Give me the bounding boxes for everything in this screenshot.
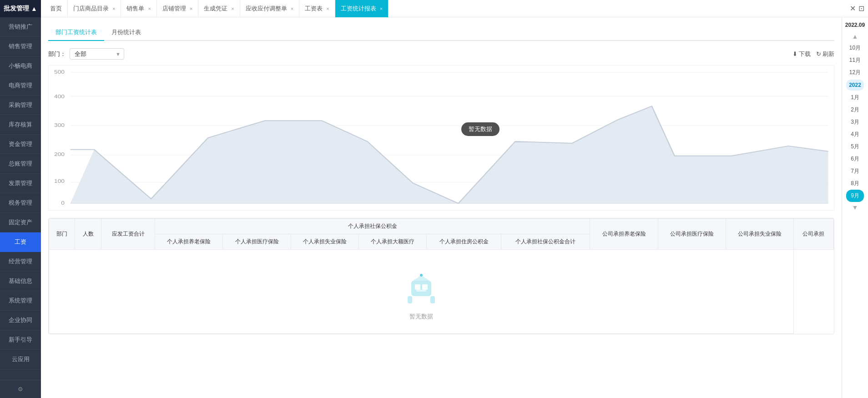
tab-item-生成凭证[interactable]: 生成凭证× — [198, 0, 240, 17]
date-month-item[interactable]: 7月 — [843, 165, 867, 177]
svg-point-19 — [420, 274, 423, 277]
tab-close-icon[interactable]: × — [190, 6, 192, 11]
sidebar-item-采购管理[interactable]: 采购管理 — [0, 96, 41, 115]
tab-close-icon[interactable]: × — [231, 6, 234, 11]
th-dept: 部门 — [49, 219, 75, 250]
th-headcount: 人数 — [75, 219, 101, 250]
sidebar-item-总账管理[interactable]: 总账管理 — [0, 154, 41, 174]
svg-rect-17 — [430, 296, 435, 303]
sidebar-header[interactable]: 批发管理 ▲ — [0, 0, 41, 17]
th-company-other: 公司承担 — [793, 219, 833, 250]
tab-close-icon[interactable]: × — [291, 6, 293, 11]
close-icon[interactable]: ✕ — [850, 4, 856, 13]
tab-item-销售单[interactable]: 销售单× — [121, 0, 156, 17]
sidebar-item-资金管理[interactable]: 资金管理 — [0, 135, 41, 154]
main-area: 首页门店商品目录×销售单×店铺管理×生成凭证×应收应付调整单×工资表×工资统计报… — [41, 0, 868, 398]
sidebar-item-企业协同[interactable]: 企业协同 — [0, 311, 41, 330]
svg-rect-15 — [416, 290, 426, 292]
tab-close-icon[interactable]: × — [380, 6, 383, 11]
th-company-pension: 公司承担养老保险 — [590, 219, 658, 250]
svg-text:400: 400 — [54, 94, 65, 99]
dept-select-wrapper: 全部 ▼ — [70, 48, 124, 60]
date-month-item[interactable]: 3月 — [843, 116, 867, 128]
tab-item-应收应付调整单[interactable]: 应收应付调整单× — [240, 0, 299, 17]
tab-bar: 首页门店商品目录×销售单×店铺管理×生成凭证×应收应付调整单×工资表×工资统计报… — [41, 0, 868, 17]
sidebar-item-工资[interactable]: 工资 — [0, 232, 41, 252]
tab-item-门店商品目录[interactable]: 门店商品目录× — [68, 0, 121, 17]
sidebar-item-营销推广[interactable]: 营销推广 — [0, 17, 41, 37]
sidebar-item-基础信息[interactable]: 基础信息 — [0, 272, 41, 291]
sidebar-item-固定资产[interactable]: 固定资产 — [0, 213, 41, 232]
date-month-item[interactable]: 9月 — [846, 190, 864, 202]
tab-item-工资表[interactable]: 工资表× — [299, 0, 335, 17]
toolbar: 部门： 全部 ▼ ⬇ 下载 ↻ 刷新 — [48, 48, 834, 60]
svg-text:500: 500 — [54, 69, 65, 75]
svg-text:300: 300 — [54, 122, 65, 128]
tab-bar-close[interactable]: ✕ ⊡ — [850, 4, 864, 13]
data-table-container: 部门 人数 应发工资合计 个人承担社保公积金 公司承担养老保险 公司承担医疗保险… — [48, 218, 834, 334]
chart-svg: 500 400 300 200 100 0 — [49, 65, 834, 210]
sidebar-expand-icon: ▲ — [31, 5, 37, 12]
tab-close-icon[interactable]: × — [326, 6, 329, 11]
date-year-label: 2022 — [846, 80, 864, 91]
dept-select[interactable]: 全部 — [70, 48, 124, 60]
svg-rect-16 — [408, 296, 412, 303]
tab-item-工资统计报表[interactable]: 工资统计报表× — [335, 0, 389, 17]
th-personal-large-medical: 个人承担大额医疗 — [358, 234, 426, 250]
page-content: 部门工资统计表月份统计表 部门： 全部 ▼ ⬇ 下载 — [41, 17, 842, 398]
date-nav-down[interactable]: ▼ — [850, 202, 860, 213]
tab-close-icon[interactable]: × — [148, 6, 151, 11]
sidebar-item-电商管理[interactable]: 电商管理 — [0, 76, 41, 96]
tab-item-店铺管理[interactable]: 店铺管理× — [157, 0, 198, 17]
date-month-item[interactable]: 8月 — [843, 177, 867, 190]
date-month-item[interactable]: 11月 — [843, 54, 867, 66]
download-button[interactable]: ⬇ 下载 — [792, 50, 811, 58]
date-months: 10月11月12月20221月2月3月4月5月6月7月8月9月 — [843, 42, 867, 202]
sidebar-items: 营销推广销售管理小畅电商电商管理采购管理库存核算资金管理总账管理发票管理税务管理… — [0, 17, 41, 369]
date-month-item[interactable]: 5月 — [843, 141, 867, 153]
date-month-item[interactable]: 4月 — [843, 128, 867, 141]
sidebar-item-小畅电商[interactable]: 小畅电商 — [0, 56, 41, 76]
chart-no-data-tooltip: 暂无数据 — [461, 122, 500, 136]
svg-text:100: 100 — [54, 179, 65, 184]
sidebar-footer[interactable]: ⚙ — [0, 380, 41, 398]
tab-close-icon[interactable]: × — [112, 6, 115, 11]
sub-tab-部门工资统计表[interactable]: 部门工资统计表 — [48, 25, 104, 41]
download-icon: ⬇ — [792, 50, 797, 57]
empty-state: 暂无数据 — [54, 253, 789, 330]
sidebar-item-税务管理[interactable]: 税务管理 — [0, 193, 41, 213]
date-month-item[interactable]: 6月 — [843, 153, 867, 165]
sidebar-item-发票管理[interactable]: 发票管理 — [0, 174, 41, 193]
sub-tabs: 部门工资统计表月份统计表 — [48, 25, 834, 41]
svg-rect-12 — [411, 281, 431, 296]
sidebar-item-云应用[interactable]: 云应用 — [0, 350, 41, 369]
tab-item-首页[interactable]: 首页 — [45, 0, 68, 17]
th-personal-total: 个人承担社保公积金合计 — [501, 234, 590, 250]
th-company-unemployment: 公司承担失业保险 — [726, 219, 793, 250]
date-month-item[interactable]: 12月 — [843, 66, 867, 79]
empty-state-label: 暂无数据 — [409, 312, 433, 321]
svg-text:0: 0 — [61, 200, 65, 206]
table-empty-cell: 暂无数据 — [49, 250, 794, 334]
refresh-button[interactable]: ↻ 刷新 — [816, 50, 834, 58]
sidebar-item-库存核算[interactable]: 库存核算 — [0, 115, 41, 135]
sidebar-item-经营管理[interactable]: 经营管理 — [0, 252, 41, 272]
sub-tab-月份统计表[interactable]: 月份统计表 — [104, 25, 148, 41]
sidebar-item-系统管理[interactable]: 系统管理 — [0, 291, 41, 311]
th-personal-pension: 个人承担养老保险 — [155, 234, 223, 250]
date-month-item[interactable]: 1月 — [843, 91, 867, 104]
th-company-medical: 公司承担医疗保险 — [658, 219, 726, 250]
restore-icon[interactable]: ⊡ — [858, 4, 864, 13]
svg-rect-13 — [415, 284, 420, 290]
toolbar-left: 部门： 全部 ▼ — [48, 48, 124, 60]
th-personal-group: 个人承担社保公积金 — [155, 219, 590, 234]
date-month-item[interactable]: 2月 — [843, 104, 867, 116]
date-month-item[interactable]: 10月 — [843, 42, 867, 54]
sidebar-header-label: 批发管理 — [4, 5, 29, 13]
empty-state-icon — [403, 272, 439, 308]
content-area: 部门工资统计表月份统计表 部门： 全部 ▼ ⬇ 下载 — [41, 17, 868, 398]
sidebar-item-销售管理[interactable]: 销售管理 — [0, 37, 41, 56]
date-nav-up[interactable]: ▲ — [850, 31, 860, 42]
sidebar-item-新手引导[interactable]: 新手引导 — [0, 330, 41, 350]
data-table: 部门 人数 应发工资合计 个人承担社保公积金 公司承担养老保险 公司承担医疗保险… — [49, 218, 834, 334]
